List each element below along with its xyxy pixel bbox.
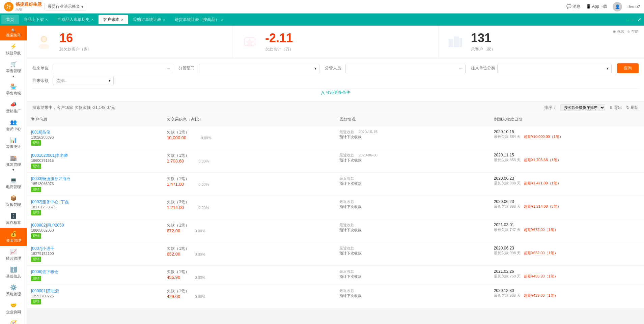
sidebar-item-retail-stats[interactable]: 📊 零售统计 [0, 134, 27, 152]
help-button[interactable]: ⊙ 帮助 [627, 29, 639, 34]
app-download-button[interactable]: 📱 App下载 [586, 4, 607, 9]
debt-ratio: 0.00% [195, 252, 205, 256]
customer-name[interactable]: [0006]去下粮仓 [31, 269, 159, 275]
tab-products[interactable]: 商品上下架 ✕ [19, 15, 53, 24]
customer-name[interactable]: [0016]吕俊 [31, 129, 159, 135]
tab-customer-close[interactable]: ✕ [121, 18, 123, 22]
basic-info-icon: ℹ️ [10, 266, 17, 273]
debt-amount[interactable]: 10,000.00 [167, 135, 186, 140]
filter-balance-select[interactable]: 选择... ▾ [53, 76, 114, 85]
debt-amount[interactable]: 455.90 [167, 275, 180, 280]
search-button[interactable]: 查询 [617, 63, 639, 73]
overdue-days: 最长欠款 853 天 [494, 158, 523, 162]
sidebar-item-basic-info[interactable]: ℹ️ 基础信息 [0, 264, 27, 282]
tab-customer-account[interactable]: 客户账本 ✕ [99, 15, 128, 24]
overdue-link[interactable]: 超期¥455.90（1笔） [524, 274, 558, 278]
customer-name[interactable]: [0001020001]李老师 [31, 153, 159, 158]
company-selector[interactable]: 母婴行业演示账套 ▾ [45, 3, 86, 10]
customer-badge: 现销 [31, 187, 41, 192]
overdue-cell: 2020.10.15 最长欠款 884 天 超期¥10,000.00（1笔） [490, 126, 644, 149]
overdue-link[interactable]: 超期¥652.00（1笔） [524, 251, 558, 255]
recovery-date: 最近收款 2020-06-30 [339, 153, 485, 158]
tab-home[interactable]: 首页 [1, 15, 19, 24]
overdue-link[interactable]: 超期¥429.00（1笔） [524, 293, 558, 297]
stat-body-debt: -2.11 欠款合计（万） [265, 31, 293, 52]
tab-production-close[interactable]: ✕ [91, 18, 94, 22]
debt-amount[interactable]: 1,703.68 [167, 158, 184, 164]
sidebar-item-enterprise[interactable]: 🤝 企业协同 [0, 299, 27, 317]
username: demo2 [627, 4, 640, 9]
debt-amount[interactable]: 672.00 [167, 228, 180, 233]
sidebar-item-quick-nav[interactable]: ⚡ 快捷导航 [0, 40, 27, 58]
svg-rect-6 [454, 36, 459, 47]
data-table: 客户信息 欠交易信息（占比） 回款情况 到期未收款日期 [0016]吕俊 130… [27, 113, 644, 308]
filter-category-select[interactable]: ▾ [497, 64, 612, 73]
filter-person-input[interactable]: ··· [345, 64, 466, 73]
retail-stats-icon: 📊 [10, 137, 17, 143]
debt-amount[interactable]: 652.00 [167, 252, 180, 257]
sidebar-item-inventory[interactable]: 🗄️ 库存核算 [0, 210, 27, 228]
overdue-link[interactable]: 超期¥1,214.00（3笔） [524, 204, 561, 208]
table-row: [0001020001]李老师 18600391516 现销 欠款（1笔） 1,… [27, 149, 644, 173]
sidebar-item-retail-mall[interactable]: 🏪 零售商城 [0, 81, 27, 98]
message-button[interactable]: 💬 消息 [566, 4, 581, 9]
tab-production[interactable]: 产成品入库单历史 ✕ [53, 15, 99, 24]
tab-goods-stats[interactable]: 进货单统计表（按商品） ✕ [170, 15, 228, 24]
refresh-button[interactable]: ↻ 刷新 [626, 105, 639, 111]
sidebar-item-business-mgmt[interactable]: 📈 经营管理 [0, 246, 27, 264]
debt-amount[interactable]: 429.00 [167, 294, 180, 299]
tab-products-close[interactable]: ✕ [45, 18, 48, 22]
tab-minimize-icon[interactable]: — [627, 16, 635, 23]
sidebar-item-ecommerce[interactable]: 💻 电商管理 [0, 174, 27, 192]
recovery-date: 最近收款 2020-10-15 [339, 129, 485, 135]
export-button[interactable]: ⬇ 导出 [609, 105, 622, 111]
video-button[interactable]: ◉ 视频 [613, 29, 624, 34]
overdue-cell: 2021.02.26 最长欠款 750 天 超期¥455.90（1笔） [490, 266, 644, 285]
recovery-date: 最近收款 [339, 199, 485, 204]
guide-icon: 🧭 [10, 320, 17, 324]
sidebar-item-marketing[interactable]: 📣 营销推广 [0, 98, 27, 116]
tab-goods-close[interactable]: ✕ [221, 18, 223, 22]
overdue-days: 最长欠款 998 天 [494, 251, 523, 255]
overdue-link[interactable]: 超期¥10,000.00（1笔） [524, 135, 563, 139]
overdue-link[interactable]: 超期¥1,471.00（1笔） [524, 181, 561, 185]
tab-home-label: 首页 [6, 17, 14, 23]
overdue-cell: 2020.06.23 最长欠款 998 天 超期¥1,214.00（3笔） [490, 196, 644, 219]
avatar[interactable]: 👤 [613, 2, 622, 11]
customer-info-cell: [000002]用户2050 18665062050 现销 [27, 219, 163, 242]
overdue-link[interactable]: 超期¥672.00（1笔） [524, 228, 558, 232]
customer-name[interactable]: [0007]小进干 [31, 246, 159, 252]
sidebar-search[interactable]: 🔍 搜索菜单 [0, 26, 27, 40]
customer-name[interactable]: [0002]服务中心_丁磊 [31, 199, 159, 205]
filter-dept-select[interactable]: ▾ [199, 64, 319, 73]
table-row: [0007]小进干 18279152100 现销 欠款（1笔） 652.00 0… [27, 242, 644, 266]
customer-name[interactable]: [000001]黄思源 [31, 288, 159, 294]
debt-amount[interactable]: 1,214.00 [167, 205, 184, 210]
sidebar-item-wholesale-mgmt[interactable]: 🏬 批发管理 ▼ [0, 152, 27, 174]
customer-name[interactable]: [000002]用户2050 [31, 223, 159, 228]
collapse-button[interactable]: ⋀ 收起更多条件 [32, 88, 639, 97]
debt-info-cell: 欠款（1笔） 10,000.00 0.00% [163, 126, 335, 149]
sidebar-item-retail-mgmt[interactable]: 🛒 零售管理 ▲ [0, 58, 27, 81]
recovery-cell: 最近收款 预计下次收款 [335, 285, 489, 308]
sidebar-item-finance[interactable]: 💰 资金管理 [0, 228, 27, 246]
recovery-cell: 最近收款 预计下次收款 [335, 219, 489, 242]
tab-maximize-icon[interactable]: ⤢ [636, 16, 643, 23]
sidebar-item-guide[interactable]: 🧭 新手引导 [0, 317, 27, 324]
tab-purchase-order[interactable]: 采购订单统计表 ✕ [128, 15, 170, 24]
filter-source-input[interactable]: ··· [53, 64, 173, 73]
debt-amount[interactable]: 1,471.00 [167, 182, 184, 187]
debt-ratio: 0.00% [198, 206, 209, 210]
collapse-label: 收起更多条件 [326, 90, 350, 95]
tab-bar: 首页 商品上下架 ✕ 产成品入库单历史 ✕ 客户账本 ✕ 采购订单统计表 ✕ 进… [0, 13, 644, 26]
recovery-date: 最近收款 [339, 269, 485, 274]
sidebar-item-purchase[interactable]: 📦 采购管理 [0, 192, 27, 210]
chevron-down-icon: ▾ [81, 4, 83, 9]
filter-source-dots: ··· [167, 66, 170, 71]
sidebar-item-system[interactable]: ⚙️ 系统管理 [0, 282, 27, 299]
tab-purchase-close[interactable]: ✕ [163, 18, 165, 22]
customer-name[interactable]: [0003]畅捷服务尹海燕 [31, 176, 159, 182]
sort-select[interactable]: 按欠款金额倒序排序 [560, 104, 605, 111]
overdue-link[interactable]: 超期¥1,703.68（1笔） [524, 158, 561, 162]
sidebar-item-members[interactable]: 👥 会员中心 [0, 116, 27, 134]
